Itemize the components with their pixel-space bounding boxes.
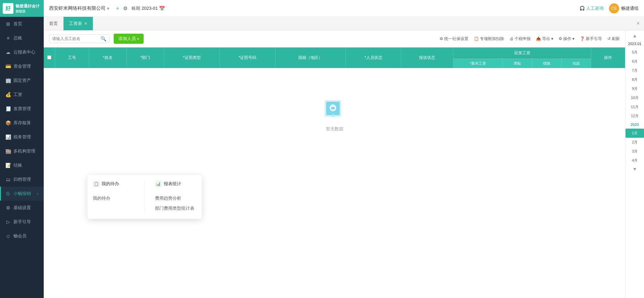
sidebar-item-settlement-label: 结账	[13, 162, 22, 168]
salary-icon: 💰	[5, 92, 11, 97]
sidebar-item-member[interactable]: ◇ 畅会员	[0, 229, 44, 243]
sidebar-item-fund[interactable]: 💳 资金管理	[0, 59, 44, 73]
tax-deduction-label: 专项附加扣除	[480, 36, 504, 42]
logo-text-wrapper: 畅捷通好会计 旗舰版	[15, 3, 40, 14]
logo-text: 畅捷通好会计	[15, 3, 40, 9]
sidebar-item-fixed-assets[interactable]: 🏢 固定资产	[0, 73, 44, 88]
sidebar-item-tax[interactable]: 📊 税务管理	[0, 130, 44, 144]
tax-report-icon: 🖨	[509, 36, 514, 41]
sidebar-item-inventory[interactable]: 📦 库存核算	[0, 116, 44, 130]
tabbar: 首页 工资表 ✕ ✕	[44, 17, 644, 30]
sidebar-item-salary[interactable]: 💰 工资	[0, 88, 44, 102]
th-dept: *部门	[126, 47, 164, 68]
operate-btn[interactable]: ⚙ 操作 ▾	[559, 36, 574, 42]
sidebar-item-guide-label: 新手引导	[13, 219, 31, 225]
month-9[interactable]: 9月	[626, 84, 644, 93]
tax-report-btn[interactable]: 🖨 个税申报	[509, 36, 531, 42]
th-report-status[interactable]: 报送状态	[401, 47, 453, 68]
inventory-icon: 📦	[5, 120, 11, 126]
operate-arrow-icon: ▾	[572, 36, 574, 41]
popup-col-report: 📊 报表统计 费用趋势分析 部门费用类型统计表	[155, 180, 197, 213]
sidebar-item-inventory-label: 库存核算	[13, 120, 31, 126]
sidebar-item-tax-label: 税务管理	[13, 134, 31, 140]
user-initials: CE	[611, 6, 617, 11]
search-input[interactable]	[52, 36, 99, 41]
table-header-row: 工号 *姓名 *部门 *证照类型 *证照号码 国籍（地区） *人员状态 报送状态…	[44, 47, 625, 59]
sidebar-item-expense[interactable]: G 小畅报销 ‹	[0, 187, 44, 201]
popup-report-title-label: 报表统计	[164, 181, 181, 187]
sidebar-item-home[interactable]: ⊞ 首页	[0, 17, 44, 31]
tab-close-icon[interactable]: ✕	[84, 21, 87, 26]
th-operate: 操作	[591, 47, 625, 68]
th-person-status[interactable]: *人员状态	[346, 47, 401, 68]
sidebar-item-archive[interactable]: 🗂 归档管理	[0, 172, 44, 187]
popup-report-item-2[interactable]: 部门费用类型统计表	[155, 203, 197, 213]
select-all-checkbox[interactable]	[47, 55, 51, 60]
close-all-btn[interactable]: ✕	[636, 21, 644, 26]
th-country: 国籍（地区）	[275, 47, 346, 68]
month-12[interactable]: 12月	[626, 111, 644, 121]
month-11[interactable]: 11月	[626, 102, 644, 111]
sidebar-item-guide[interactable]: ▷ 新手引导	[0, 215, 44, 229]
sidebar-item-ledger[interactable]: ≡ 总账	[0, 31, 44, 45]
sidebar-item-archive-label: 归档管理	[13, 176, 31, 183]
month-4-2023[interactable]: 4月	[626, 156, 644, 165]
refresh-icon: ↺	[607, 36, 611, 41]
month-8[interactable]: 8月	[626, 75, 644, 84]
logo-sub: 旗舰版	[15, 9, 40, 14]
sidebar-item-cloud-report[interactable]: ☁ 云报表中心	[0, 45, 44, 59]
sidebar-item-basic-settings[interactable]: ⚙ 基础设置	[0, 201, 44, 215]
customer-service-btn[interactable]: 🎧 人工咨询	[579, 5, 604, 11]
export-btn[interactable]: 📤 导出 ▾	[536, 36, 553, 42]
company-selector[interactable]: 西安虾米网络科技有限公司 ▾	[49, 5, 109, 11]
month-5[interactable]: 5月	[626, 48, 644, 57]
toolbar-actions: ⚙ 统一社保设置 📋 专项附加扣除 🖨 个税申报 📤 导出 ▾	[440, 36, 620, 42]
month-6[interactable]: 6月	[626, 57, 644, 66]
todo-title-icon: 📋	[93, 180, 100, 187]
salary-table: 工号 *姓名 *部门 *证照类型 *证照号码 国籍（地区） *人员状态 报送状态…	[44, 47, 625, 68]
month-7[interactable]: 7月	[626, 66, 644, 75]
popup-todo-item[interactable]: 我的待办	[93, 193, 135, 203]
popup-report-item-1[interactable]: 费用趋势分析	[155, 193, 197, 203]
guide-btn[interactable]: ❓ 新手引导	[580, 36, 602, 42]
month-3-2023[interactable]: 3月	[626, 147, 644, 156]
month-1-2023[interactable]: 1月	[626, 129, 644, 138]
add-person-button[interactable]: 添加人员 ▾	[114, 34, 144, 44]
popup-report-item-1-label: 费用趋势分析	[155, 196, 181, 201]
month-10[interactable]: 10月	[626, 93, 644, 102]
user-profile[interactable]: CE 畅捷通组	[609, 3, 639, 13]
month-nav-down[interactable]: ▼	[631, 165, 639, 173]
checkbox-header[interactable]	[44, 47, 55, 68]
table-container: 工号 *姓名 *部门 *证照类型 *证照号码 国籍（地区） *人员状态 报送状态…	[44, 47, 625, 298]
tax-icon: 📊	[5, 134, 11, 140]
fixed-assets-icon: 🏢	[5, 78, 11, 83]
sidebar-item-multi-org[interactable]: 🏬 多机构管理	[0, 144, 44, 158]
headset-icon: 🎧	[579, 6, 585, 11]
popup-todo-title: 📋 我的待办	[93, 180, 135, 189]
tab-salary[interactable]: 工资表 ✕	[64, 17, 93, 30]
service-label: 人工咨询	[586, 5, 604, 11]
month-nav-up[interactable]: ▲	[631, 32, 639, 40]
add-company-icon[interactable]: +	[116, 5, 119, 11]
sidebar-item-expense-label: 小畅报销	[13, 191, 31, 197]
sidebar-item-settlement[interactable]: 📝 结账	[0, 158, 44, 172]
svg-rect-3	[331, 107, 335, 109]
calendar-icon[interactable]: 📅	[159, 6, 165, 11]
settlement-icon: 📝	[5, 163, 11, 168]
social-insurance-btn[interactable]: ⚙ 统一社保设置	[440, 36, 468, 42]
period-label: 账期	[131, 5, 140, 11]
tab-home[interactable]: 首页	[44, 17, 64, 30]
sidebar: 好 畅捷通好会计 旗舰版 ⊞ 首页 ≡ 总账 ☁ 云报表中心 💳 资金管理 🏢 …	[0, 0, 44, 298]
month-2-2023[interactable]: 2月	[626, 138, 644, 147]
period-selector[interactable]: 账期 2023-01 📅	[131, 5, 165, 11]
main-content: 西安虾米网络科技有限公司 ▾ + ⚙ 账期 2023-01 📅 🎧 人工咨询 C…	[44, 0, 644, 298]
th-id-no: *证照号码	[220, 47, 275, 68]
sidebar-item-salary-label: 工资	[13, 92, 22, 98]
sidebar-item-invoice[interactable]: 🧾 发票管理	[0, 102, 44, 116]
settings-icon[interactable]: ⚙	[123, 5, 127, 11]
cloud-icon: ☁	[5, 49, 11, 55]
th-deduction: 扣款	[562, 59, 591, 68]
guide-icon: ▷	[5, 219, 11, 225]
refresh-btn[interactable]: ↺ 刷新	[607, 36, 620, 42]
tax-deduction-btn[interactable]: 📋 专项附加扣除	[474, 36, 504, 42]
